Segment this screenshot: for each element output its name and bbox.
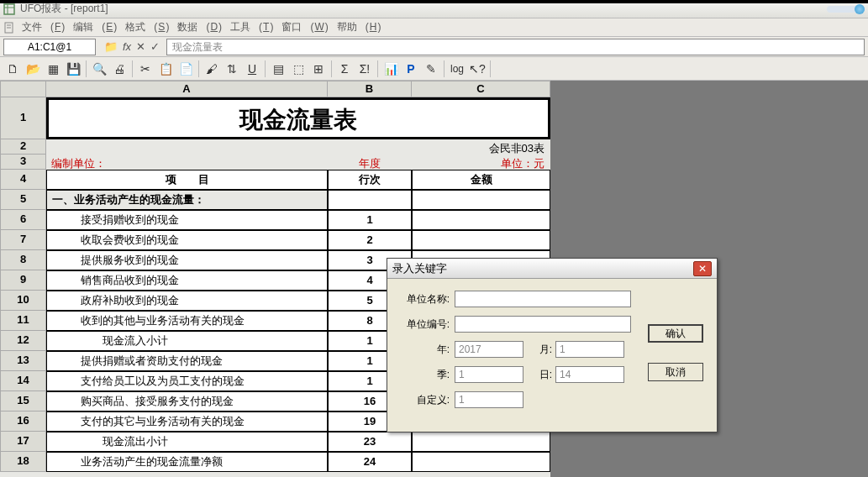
month-input[interactable] [555, 341, 624, 358]
row-header[interactable]: 2 [0, 139, 46, 155]
ok-button[interactable]: 确认 [648, 324, 703, 343]
folder-icon[interactable]: 📁 [104, 40, 118, 53]
custom-input[interactable] [455, 391, 523, 408]
menu-format[interactable]: 格式(S) [125, 20, 169, 34]
cell-project[interactable]: 支付的其它与业务活动有关的现金 [46, 411, 328, 432]
cell-project[interactable]: 现金流入小计 [46, 331, 328, 351]
cell-line[interactable] [328, 190, 412, 210]
chart-icon[interactable]: 📊 [381, 60, 400, 78]
col-header-b[interactable]: B [328, 81, 412, 97]
cell-project[interactable]: 业务活动产生的现金流量净额 [46, 452, 328, 472]
row-header[interactable]: 10 [0, 291, 46, 311]
cancel-icon[interactable]: ✕ [136, 40, 145, 53]
row-header[interactable]: 17 [0, 432, 46, 452]
cell-line[interactable]: 24 [328, 452, 412, 472]
paste-icon[interactable]: 📄 [176, 60, 195, 78]
menu-data[interactable]: 数据(D) [177, 20, 222, 34]
cell-amount[interactable] [412, 210, 550, 230]
org-label[interactable]: 编制单位： [46, 155, 328, 170]
print-icon[interactable]: 🖨 [110, 60, 129, 78]
day-input[interactable] [555, 366, 624, 383]
cut-icon[interactable]: ✂ [136, 60, 155, 78]
row-header[interactable]: 11 [0, 311, 46, 331]
brush-icon[interactable]: 🖌 [203, 60, 221, 78]
row-header[interactable]: 3 [0, 155, 46, 170]
cell-project[interactable]: 收取会费收到的现金 [46, 230, 328, 250]
report-code[interactable]: 会民非03表 [412, 139, 550, 155]
cell-project[interactable]: 销售商品收到的现金 [46, 270, 328, 291]
cell-line[interactable]: 2 [328, 230, 412, 250]
help-icon[interactable]: ↖? [468, 60, 487, 78]
save-icon[interactable]: 💾 [64, 60, 82, 78]
cell-project[interactable]: 提供服务收到的现金 [46, 250, 328, 270]
sigma2-icon[interactable]: Σ! [355, 60, 374, 78]
sigma-icon[interactable]: Σ [335, 60, 354, 78]
org-code-input[interactable] [455, 316, 631, 333]
row-header[interactable]: 16 [0, 411, 46, 432]
cell-amount[interactable] [412, 190, 550, 210]
row-header[interactable]: 5 [0, 190, 46, 210]
quarter-input[interactable] [455, 366, 523, 383]
menu-tools[interactable]: 工具(T) [230, 20, 273, 34]
close-icon[interactable]: ✕ [693, 261, 712, 276]
log-icon[interactable]: log [448, 60, 466, 78]
row-header[interactable]: 15 [0, 391, 46, 411]
menu-edit[interactable]: 编辑(E) [73, 20, 117, 34]
row-header[interactable]: 4 [0, 170, 46, 190]
org-name-input[interactable] [455, 291, 631, 307]
cancel-button[interactable]: 取消 [648, 363, 703, 381]
merge-icon[interactable]: ⬚ [289, 60, 308, 78]
dialog-titlebar[interactable]: 录入关键字 ✕ [387, 259, 717, 279]
cell-amount[interactable] [412, 452, 550, 472]
hdr-amount[interactable]: 金额 [412, 170, 550, 190]
pencil-icon[interactable]: ✎ [422, 60, 440, 78]
cell-project[interactable]: 接受捐赠收到的现金 [46, 210, 328, 230]
col-header-c[interactable]: C [412, 81, 550, 97]
cell-line[interactable]: 1 [328, 210, 412, 230]
row-header[interactable]: 12 [0, 331, 46, 351]
cell-project[interactable]: 一、业务活动产生的现金流量： [46, 190, 328, 210]
row-header[interactable]: 1 [0, 97, 46, 139]
row-header[interactable]: 13 [0, 351, 46, 371]
year-label[interactable]: 年度 [328, 155, 412, 170]
slider[interactable] [827, 6, 865, 13]
menu-help[interactable]: 帮助(H) [337, 20, 381, 34]
menu-window[interactable]: 窗口(W) [281, 20, 328, 34]
row-header[interactable]: 9 [0, 270, 46, 291]
grid-icon[interactable]: ▦ [44, 60, 62, 78]
menu-file[interactable]: 文件(F) [22, 20, 65, 34]
unit-label[interactable]: 单位：元 [412, 155, 550, 170]
select-all-corner[interactable] [0, 81, 46, 97]
confirm-icon[interactable]: ✓ [150, 40, 160, 53]
cell-project[interactable]: 提供捐赠或者资助支付的现金 [46, 351, 328, 371]
copy-icon[interactable]: 📋 [156, 60, 175, 78]
cell-project[interactable]: 政府补助收到的现金 [46, 291, 328, 311]
row-header[interactable]: 14 [0, 371, 46, 391]
open-icon[interactable]: 📂 [24, 60, 42, 78]
sort-icon[interactable]: ⇅ [223, 60, 241, 78]
cell-reference[interactable]: A1:C1@1 [3, 39, 96, 55]
fx-icon[interactable]: fx [123, 40, 131, 53]
cell-line[interactable]: 23 [328, 432, 412, 452]
align-icon[interactable]: ▤ [269, 60, 287, 78]
preview-icon[interactable]: 🔍 [90, 60, 108, 78]
cell-project[interactable]: 购买商品、接受服务支付的现金 [46, 391, 328, 411]
row-header[interactable]: 7 [0, 230, 46, 250]
col-header-a[interactable]: A [46, 81, 328, 97]
cell-amount[interactable] [412, 230, 550, 250]
row-header[interactable]: 18 [0, 452, 46, 472]
year-input[interactable] [455, 341, 523, 358]
hdr-project[interactable]: 项 目 [46, 170, 328, 190]
cell-amount[interactable] [412, 432, 550, 452]
p-icon[interactable]: P [402, 60, 420, 78]
hdr-line[interactable]: 行次 [328, 170, 412, 190]
new-icon[interactable]: 🗋 [3, 60, 22, 78]
cell-project[interactable]: 收到的其他与业务活动有关的现金 [46, 311, 328, 331]
underline-icon[interactable]: U [243, 60, 261, 78]
split-icon[interactable]: ⊞ [309, 60, 328, 78]
cell-project[interactable]: 支付给员工以及为员工支付的现金 [46, 371, 328, 391]
cell-project[interactable]: 现金流出小计 [46, 432, 328, 452]
row-header[interactable]: 8 [0, 250, 46, 270]
row-header[interactable]: 6 [0, 210, 46, 230]
formula-input[interactable]: 现金流量表 [166, 39, 865, 55]
